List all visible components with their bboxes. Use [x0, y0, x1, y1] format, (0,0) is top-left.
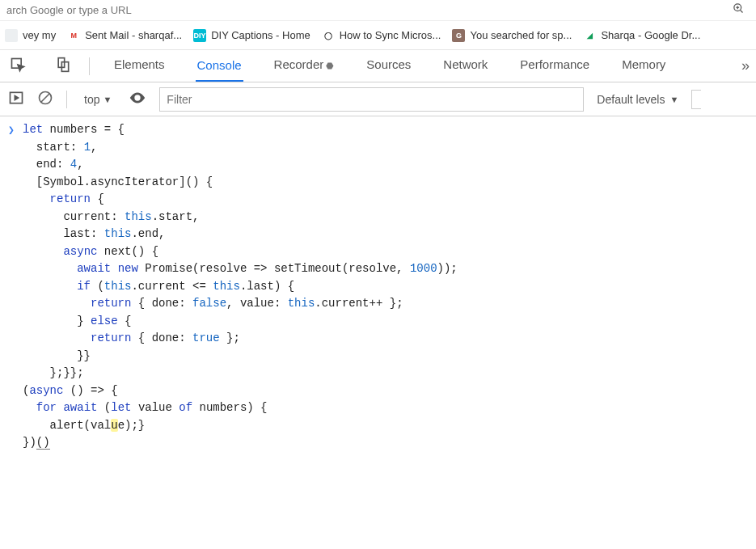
console-toolbar: top ▼ Default levels ▼ — [0, 82, 756, 116]
address-bar — [0, 0, 756, 21]
bookmark-item[interactable]: GYou searched for sp... — [452, 29, 572, 42]
context-label: top — [84, 93, 99, 106]
devtools-tab-bar: ElementsConsoleRecorder⬣SourcesNetworkPe… — [0, 50, 756, 82]
sidebar-toggle-icon[interactable] — [691, 90, 701, 109]
svg-line-9 — [41, 94, 49, 102]
tab-sources[interactable]: Sources — [365, 51, 412, 81]
bookmark-label: How to Sync Micros... — [340, 29, 441, 41]
bookmark-favicon: ◯ — [322, 29, 335, 42]
more-tabs-icon[interactable]: » — [741, 57, 750, 74]
context-selector[interactable]: top ▼ — [80, 90, 116, 109]
bookmark-label: vey my — [23, 29, 56, 41]
bookmark-item[interactable]: ◢Sharqa - Google Dr... — [583, 29, 700, 42]
bookmark-item[interactable]: MSent Mail - sharqaf... — [67, 29, 182, 42]
tab-network[interactable]: Network — [441, 51, 489, 81]
bookmark-label: Sent Mail - sharqaf... — [85, 29, 182, 41]
inspect-icon[interactable] — [6, 53, 29, 78]
prompt-icon: ❯ — [8, 121, 23, 140]
tab-console[interactable]: Console — [196, 52, 243, 82]
bookmark-favicon: G — [452, 29, 465, 42]
code-block[interactable]: let numbers = { start: 1, end: 4, [Symbo… — [23, 121, 458, 452]
bookmark-favicon: M — [67, 29, 80, 42]
filter-input[interactable] — [159, 87, 584, 112]
eye-icon[interactable] — [129, 89, 146, 109]
chevron-down-icon: ▼ — [669, 95, 678, 104]
tab-recorder[interactable]: Recorder⬣ — [272, 51, 336, 81]
zoom-icon[interactable] — [728, 2, 750, 18]
svg-line-1 — [740, 10, 742, 12]
bookmark-label: You searched for sp... — [470, 29, 572, 41]
preview-badge-icon: ⬣ — [326, 61, 334, 70]
play-icon[interactable] — [8, 90, 24, 108]
clear-console-icon[interactable] — [37, 90, 53, 108]
bookmark-favicon — [5, 29, 18, 42]
bookmark-item[interactable]: vey my — [5, 29, 56, 42]
chevron-down-icon: ▼ — [103, 95, 112, 104]
bookmark-label: Sharqa - Google Dr... — [601, 29, 700, 41]
tab-elements[interactable]: Elements — [112, 51, 167, 81]
bookmarks-bar: vey myMSent Mail - sharqaf...DIYDIY Capt… — [0, 21, 756, 50]
tab-performance[interactable]: Performance — [518, 51, 591, 81]
bookmark-favicon: DIY — [193, 29, 206, 42]
tab-memory[interactable]: Memory — [620, 51, 667, 81]
bookmark-label: DIY Captions - Home — [211, 29, 310, 41]
bookmark-item[interactable]: ◯How to Sync Micros... — [322, 29, 441, 42]
bookmark-item[interactable]: DIYDIY Captions - Home — [193, 29, 310, 42]
url-input[interactable] — [6, 4, 728, 16]
device-toggle-icon[interactable] — [52, 53, 74, 78]
bookmark-favicon: ◢ — [583, 29, 596, 42]
console-output[interactable]: ❯ let numbers = { start: 1, end: 4, [Sym… — [0, 116, 756, 452]
log-levels-label: Default levels — [597, 93, 665, 106]
log-levels-selector[interactable]: Default levels ▼ — [597, 93, 678, 106]
